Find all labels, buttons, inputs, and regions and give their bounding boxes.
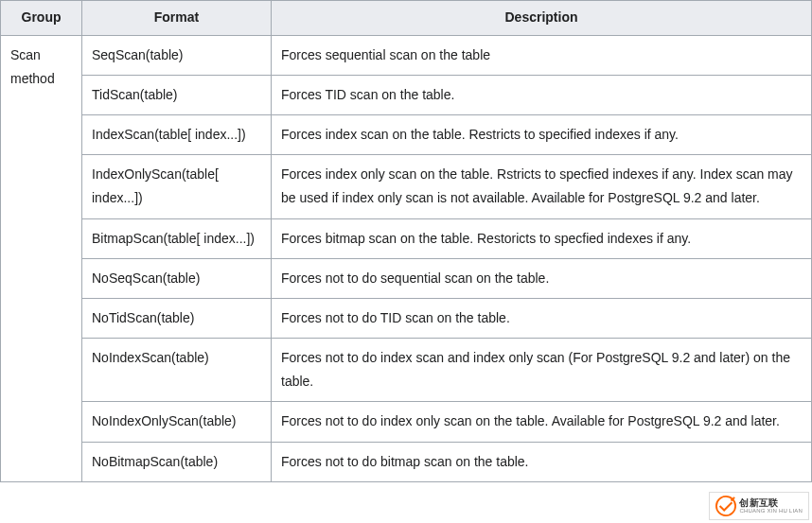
watermark: 创新互联 CHUANG XIN HU LIAN bbox=[709, 492, 809, 520]
format-cell: NoIndexOnlyScan(table) bbox=[82, 402, 272, 442]
col-header-format: Format bbox=[82, 1, 272, 36]
table-row: NoSeqScan(table) Forces not to do sequen… bbox=[1, 258, 812, 298]
description-cell: Forces TID scan on the table. bbox=[272, 75, 812, 114]
description-cell: Forces not to do index only scan on the … bbox=[272, 402, 812, 442]
format-cell: NoIndexScan(table) bbox=[82, 339, 272, 402]
watermark-brand-top: 创新互联 bbox=[739, 498, 803, 509]
watermark-brand-bottom: CHUANG XIN HU LIAN bbox=[739, 508, 803, 514]
table-row: BitmapScan(table[ index...]) Forces bitm… bbox=[1, 218, 812, 258]
hint-table: Group Format Description Scan method Seq… bbox=[0, 0, 812, 482]
table-row: NoTidScan(table) Forces not to do TID sc… bbox=[1, 298, 812, 338]
table-row: NoBitmapScan(table) Forces not to do bit… bbox=[1, 442, 812, 481]
format-cell: TidScan(table) bbox=[82, 75, 272, 114]
description-cell: Forces not to do index scan and index on… bbox=[272, 339, 812, 402]
watermark-text: 创新互联 CHUANG XIN HU LIAN bbox=[739, 498, 803, 514]
format-cell: IndexOnlyScan(table[ index...]) bbox=[82, 155, 272, 218]
description-cell: Forces not to do bitmap scan on the tabl… bbox=[272, 442, 812, 481]
table-row: TidScan(table) Forces TID scan on the ta… bbox=[1, 75, 812, 114]
description-cell: Forces index scan on the table. Restrict… bbox=[272, 114, 812, 154]
watermark-logo-icon bbox=[715, 496, 736, 516]
format-cell: NoSeqScan(table) bbox=[82, 258, 272, 298]
description-cell: Forces not to do TID scan on the table. bbox=[272, 298, 812, 338]
format-cell: BitmapScan(table[ index...]) bbox=[82, 218, 272, 258]
description-cell: Forces bitmap scan on the table. Restori… bbox=[272, 218, 812, 258]
table-row: IndexOnlyScan(table[ index...]) Forces i… bbox=[1, 155, 812, 218]
group-cell: Scan method bbox=[1, 35, 82, 481]
format-cell: SeqScan(table) bbox=[82, 35, 272, 75]
table-row: NoIndexOnlyScan(table) Forces not to do … bbox=[1, 402, 812, 442]
table-row: Scan method SeqScan(table) Forces sequen… bbox=[1, 35, 812, 75]
format-cell: NoBitmapScan(table) bbox=[82, 442, 272, 481]
table-row: IndexScan(table[ index...]) Forces index… bbox=[1, 114, 812, 154]
format-cell: IndexScan(table[ index...]) bbox=[82, 114, 272, 154]
description-cell: Forces sequential scan on the table bbox=[272, 35, 812, 75]
format-cell: NoTidScan(table) bbox=[82, 298, 272, 338]
table-row: NoIndexScan(table) Forces not to do inde… bbox=[1, 339, 812, 402]
col-header-description: Description bbox=[272, 1, 812, 36]
description-cell: Forces index only scan on the table. Rst… bbox=[272, 155, 812, 218]
description-cell: Forces not to do sequential scan on the … bbox=[272, 258, 812, 298]
table-header-row: Group Format Description bbox=[1, 1, 812, 36]
col-header-group: Group bbox=[1, 1, 82, 36]
